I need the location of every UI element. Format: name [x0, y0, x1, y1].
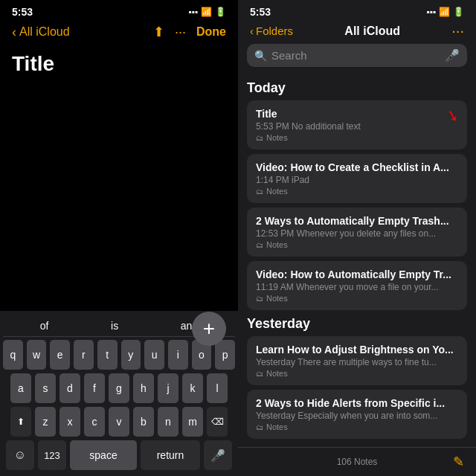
search-input[interactable]: Search [271, 49, 440, 62]
key-f[interactable]: f [84, 373, 105, 403]
note-item-4[interactable]: Video: How to Automatically Empty Tr... … [247, 261, 467, 310]
key-mic[interactable]: 🎤 [204, 440, 232, 470]
mic-icon[interactable]: 🎤 [445, 48, 460, 62]
note-item-title-2: Video: How to Create a Checklist in A... [256, 161, 458, 173]
new-note-fab[interactable]: + [192, 312, 226, 346]
note-item-meta-1: 5:53 PM No additional text [256, 121, 458, 132]
wifi-icon-left: 📶 [201, 7, 212, 17]
key-v[interactable]: v [109, 407, 129, 437]
key-r[interactable]: r [74, 340, 94, 370]
folder-label-3: Notes [266, 240, 288, 249]
battery-icon-right: 🔋 [453, 7, 464, 17]
keyboard-row-2: a s d f g h j k l [3, 373, 235, 403]
key-x[interactable]: x [60, 407, 80, 437]
battery-icon-left: 🔋 [215, 7, 226, 17]
notes-footer: 106 Notes ✎ [238, 447, 476, 476]
status-time-right: 5:53 [250, 6, 271, 18]
folder-icon-6: 🗂 [256, 423, 263, 431]
more-icon-left[interactable]: ··· [175, 25, 186, 40]
note-item-title-5: Learn How to Adjust Brightness on Yo... [256, 344, 458, 356]
folder-label-4: Notes [266, 294, 288, 303]
key-y[interactable]: y [121, 340, 141, 370]
status-time-left: 5:53 [12, 6, 33, 18]
key-c[interactable]: c [84, 407, 105, 437]
key-emoji[interactable]: ☺ [6, 440, 34, 470]
folder-icon-2: 🗂 [256, 187, 263, 196]
chevron-left-icon-right: ‹ [250, 25, 254, 37]
nav-actions-left: ⬆ ··· Done [153, 24, 226, 40]
nav-bar-right: ‹ Folders All iCloud ··· [238, 21, 476, 44]
back-button-right[interactable]: ‹ Folders [250, 25, 293, 37]
key-g[interactable]: g [109, 373, 129, 403]
key-space[interactable]: space [70, 440, 137, 470]
note-item-5[interactable]: Learn How to Adjust Brightness on Yo... … [247, 336, 467, 385]
note-item-folder-4: 🗂 Notes [256, 294, 458, 303]
back-label-left: All iCloud [19, 25, 70, 39]
note-item-meta-5: Yesterday There are multiple ways to fin… [256, 357, 458, 367]
note-item-meta-3: 12:53 PM Whenever you delete any files o… [256, 228, 458, 239]
status-icons-left: ▪▪▪ 📶 🔋 [188, 7, 226, 17]
note-item-6[interactable]: 2 Ways to Hide Alerts from Specific i...… [247, 390, 467, 439]
key-e[interactable]: e [50, 340, 70, 370]
key-l[interactable]: l [207, 373, 228, 403]
note-content-area[interactable] [0, 76, 238, 311]
key-delete[interactable]: ⌫ [207, 407, 228, 437]
note-item-folder-2: 🗂 Notes [256, 187, 458, 196]
back-button-left[interactable]: ‹ All iCloud [12, 25, 70, 40]
key-s[interactable]: s [35, 373, 56, 403]
right-panel: 5:53 ▪▪▪ 📶 🔋 ‹ Folders All iCloud ··· 🔍 … [238, 0, 476, 476]
key-t[interactable]: t [97, 340, 118, 370]
key-j[interactable]: j [158, 373, 178, 403]
section-yesterday: Yesterday [247, 316, 467, 332]
done-button[interactable]: Done [196, 25, 226, 39]
suggestion-of[interactable]: of [40, 320, 49, 332]
suggestion-is[interactable]: is [111, 320, 118, 332]
folder-icon-3: 🗂 [256, 241, 263, 249]
compose-icon[interactable]: ✎ [393, 454, 464, 470]
key-z[interactable]: z [35, 407, 56, 437]
folder-label-2: Notes [266, 187, 288, 196]
note-item-2[interactable]: Video: How to Create a Checklist in A...… [247, 154, 467, 203]
note-item-folder-5: 🗂 Notes [256, 369, 458, 378]
key-b[interactable]: b [133, 407, 154, 437]
note-item-folder-3: 🗂 Notes [256, 240, 458, 249]
note-item-title-text: Title [256, 108, 458, 120]
key-numbers[interactable]: 123 [38, 440, 66, 470]
folder-icon-4: 🗂 [256, 295, 263, 303]
key-p[interactable]: p [215, 340, 235, 370]
key-m[interactable]: m [182, 407, 203, 437]
note-item-title[interactable]: Title 5:53 PM No additional text 🗂 Notes… [247, 100, 467, 149]
key-d[interactable]: d [60, 373, 80, 403]
back-label-right: Folders [256, 25, 293, 37]
key-shift[interactable]: ⬆ [10, 407, 31, 437]
share-icon[interactable]: ⬆ [153, 24, 164, 40]
note-item-title-4: Video: How to Automatically Empty Tr... [256, 268, 458, 280]
status-icons-right: ▪▪▪ 📶 🔋 [426, 7, 464, 17]
folder-label-6: Notes [266, 422, 288, 431]
key-n[interactable]: n [158, 407, 178, 437]
key-a[interactable]: a [10, 373, 31, 403]
key-w[interactable]: w [27, 340, 47, 370]
keyboard-bottom-row: ☺ 123 space return 🎤 [3, 440, 235, 470]
folder-label-5: Notes [266, 369, 288, 378]
note-title[interactable]: Title [0, 46, 238, 76]
key-k[interactable]: k [182, 373, 203, 403]
signal-icon-left: ▪▪▪ [188, 7, 198, 17]
note-item-3[interactable]: 2 Ways to Automatically Empty Trash... 1… [247, 208, 467, 257]
key-h[interactable]: h [133, 373, 154, 403]
key-i[interactable]: i [168, 340, 188, 370]
note-item-meta-4: 11:19 AM Whenever you move a file on you… [256, 282, 458, 292]
keyboard-row-1: q w e r t y u i o p [3, 340, 235, 370]
note-item-folder-1: 🗂 Notes [256, 133, 458, 142]
nav-title-right: All iCloud [344, 25, 400, 38]
more-button-right[interactable]: ··· [451, 22, 464, 39]
section-today: Today [247, 80, 467, 96]
note-item-meta-2: 1:14 PM iPad [256, 175, 458, 185]
note-item-folder-6: 🗂 Notes [256, 422, 458, 431]
key-u[interactable]: u [144, 340, 164, 370]
key-return[interactable]: return [141, 440, 200, 470]
search-bar[interactable]: 🔍 Search 🎤 [247, 44, 467, 67]
note-item-title-6: 2 Ways to Hide Alerts from Specific i... [256, 397, 458, 409]
keyboard-row-3: ⬆ z x c v b n m ⌫ [3, 407, 235, 437]
key-q[interactable]: q [3, 340, 23, 370]
